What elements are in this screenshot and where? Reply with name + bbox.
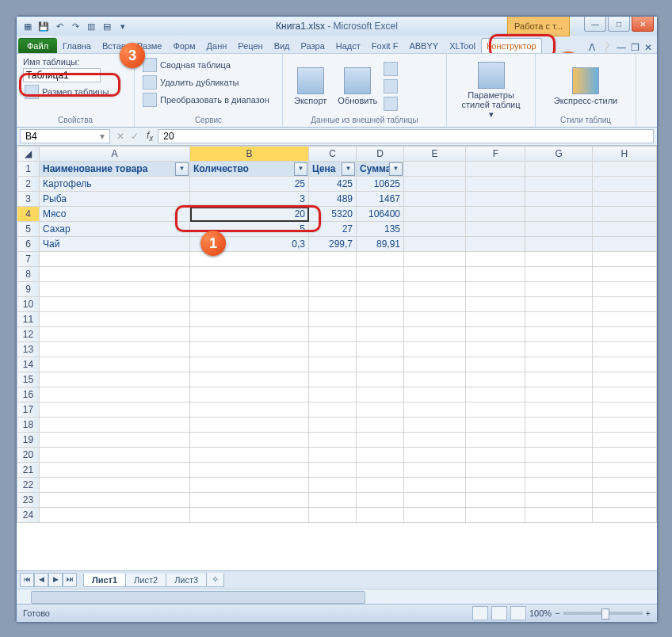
doc-restore-icon[interactable]: ❐: [631, 42, 640, 53]
tab-foxit[interactable]: Foxit F: [366, 38, 404, 53]
filter-button[interactable]: ▼: [342, 162, 355, 176]
zoom-level[interactable]: 100%: [529, 608, 552, 618]
refresh-button[interactable]: Обновить: [333, 66, 382, 107]
save-icon[interactable]: 💾: [37, 20, 50, 32]
name-box[interactable]: B4▾: [20, 129, 110, 143]
table-header-cell[interactable]: Цена▼: [309, 162, 357, 177]
filter-button[interactable]: ▼: [389, 162, 403, 176]
row-header[interactable]: 7: [17, 252, 40, 267]
col-header-g[interactable]: G: [525, 147, 592, 162]
table-header-cell[interactable]: Наименование товара▼: [40, 162, 190, 177]
row-header[interactable]: 22: [17, 478, 40, 493]
tab-developer[interactable]: Разра: [296, 38, 330, 53]
resize-table-button[interactable]: Размер таблицы: [23, 84, 128, 100]
col-header-d[interactable]: D: [357, 147, 404, 162]
view-normal-button[interactable]: [472, 606, 488, 620]
remove-duplicates-button[interactable]: Удалить дубликаты: [141, 74, 276, 90]
cell[interactable]: 0,3: [190, 237, 309, 252]
col-header-f[interactable]: F: [466, 147, 525, 162]
cell[interactable]: 89,91: [357, 237, 404, 252]
minimize-ribbon-icon[interactable]: ᐱ: [589, 42, 595, 53]
filter-button[interactable]: ▼: [175, 162, 189, 176]
row-header[interactable]: 10: [17, 297, 40, 312]
row-header[interactable]: 14: [17, 357, 40, 372]
redo-icon[interactable]: ↷: [69, 20, 82, 32]
tab-abbyy[interactable]: ABBYY: [403, 38, 444, 53]
doc-minimize-icon[interactable]: —: [617, 42, 626, 53]
cell[interactable]: 1467: [357, 192, 404, 207]
row-header[interactable]: 1: [17, 162, 40, 177]
row-header[interactable]: 11: [17, 312, 40, 327]
row-header[interactable]: 15: [17, 372, 40, 387]
row-header[interactable]: 19: [17, 433, 40, 448]
convert-range-button[interactable]: Преобразовать в диапазон: [141, 92, 276, 108]
cell[interactable]: Картофель: [40, 177, 190, 192]
pivot-table-button[interactable]: Сводная таблица: [141, 57, 276, 73]
cell[interactable]: 5: [190, 222, 309, 237]
sheet-nav-prev[interactable]: ◀: [34, 573, 48, 587]
tab-addins[interactable]: Надст: [330, 38, 366, 53]
minimize-button[interactable]: —: [584, 17, 606, 32]
formula-input[interactable]: 20: [158, 129, 654, 143]
cell[interactable]: 25: [190, 177, 309, 192]
sheet-tab[interactable]: Лист2: [125, 574, 166, 587]
row-header[interactable]: 24: [17, 508, 40, 523]
help-icon[interactable]: ❔: [600, 42, 612, 53]
cell[interactable]: Чай: [40, 237, 190, 252]
col-header-h[interactable]: H: [592, 147, 656, 162]
sheet-tab[interactable]: Лист3: [166, 574, 207, 587]
row-header[interactable]: 5: [17, 222, 40, 237]
zoom-in-button[interactable]: +: [646, 608, 651, 618]
col-header-c[interactable]: C: [309, 147, 357, 162]
ext-icon[interactable]: [384, 62, 398, 76]
row-header[interactable]: 21: [17, 463, 40, 478]
sheet-nav-next[interactable]: ▶: [48, 573, 63, 587]
tab-xltools[interactable]: XLTool: [444, 38, 481, 53]
tab-home[interactable]: Главна: [57, 38, 97, 53]
row-header[interactable]: 3: [17, 192, 40, 207]
horizontal-scrollbar[interactable]: [17, 589, 657, 604]
table-header-cell[interactable]: Количество▼: [190, 162, 309, 177]
quick-styles-button[interactable]: Экспресс-стили: [549, 66, 622, 107]
row-header[interactable]: 23: [17, 493, 40, 508]
col-header-b[interactable]: B: [190, 147, 309, 162]
undo-icon[interactable]: ↶: [53, 20, 66, 32]
row-header[interactable]: 6: [17, 237, 40, 252]
sheet-nav-last[interactable]: ⏭: [63, 573, 77, 587]
row-header[interactable]: 4: [17, 207, 40, 222]
tab-view[interactable]: Вид: [269, 38, 296, 53]
tab-pagelayout[interactable]: Разме: [132, 38, 168, 53]
table-name-input[interactable]: [23, 68, 101, 82]
cell[interactable]: Сахар: [40, 222, 190, 237]
sheet-tab[interactable]: Лист1: [83, 574, 126, 587]
qat-dropdown-icon[interactable]: ▾: [116, 20, 129, 32]
cell[interactable]: 5320: [309, 207, 357, 222]
cell[interactable]: Мясо: [40, 207, 190, 222]
tab-insert[interactable]: Встав: [97, 38, 132, 53]
zoom-slider[interactable]: [563, 612, 643, 615]
row-header[interactable]: 2: [17, 177, 40, 192]
table-header-cell[interactable]: Сумма▼: [357, 162, 404, 177]
col-header-a[interactable]: A: [40, 147, 190, 162]
row-header[interactable]: 16: [17, 387, 40, 402]
qat-icon[interactable]: ▥: [85, 20, 97, 32]
cell[interactable]: 106400: [357, 207, 404, 222]
export-button[interactable]: Экспорт: [289, 66, 331, 107]
style-options-button[interactable]: Параметры стилей таблиц ▾: [453, 60, 529, 121]
cell[interactable]: 135: [357, 222, 404, 237]
col-header-e[interactable]: E: [404, 147, 466, 162]
cell[interactable]: 299,7: [309, 237, 357, 252]
row-header[interactable]: 9: [17, 282, 40, 297]
row-header[interactable]: 13: [17, 342, 40, 357]
cancel-icon[interactable]: ✕: [113, 131, 128, 142]
row-header[interactable]: 17: [17, 402, 40, 418]
maximize-button[interactable]: □: [608, 17, 630, 32]
row-header[interactable]: 12: [17, 327, 40, 342]
qat-icon[interactable]: ▤: [101, 20, 113, 32]
view-break-button[interactable]: [510, 606, 526, 620]
close-button[interactable]: ✕: [632, 17, 654, 32]
row-header[interactable]: 20: [17, 448, 40, 463]
cell[interactable]: 425: [309, 177, 357, 192]
select-all[interactable]: ◢: [17, 147, 40, 162]
fx-icon[interactable]: fx: [142, 130, 158, 143]
